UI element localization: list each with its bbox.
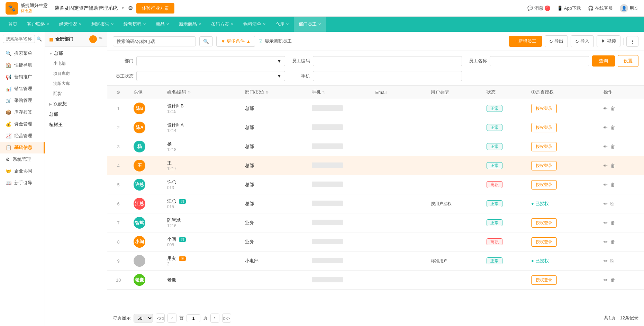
sidebar-item-basic-info[interactable]: 📋 基础信息 <box>0 142 45 153</box>
dept-node-zongbu2[interactable]: 总部 <box>45 109 107 120</box>
dept-node-shenyang[interactable]: 沈阳大库 <box>45 79 107 89</box>
tab-close-profit[interactable]: ✕ <box>111 22 114 27</box>
edit-icon[interactable]: ✏ <box>604 106 608 111</box>
employee-search-input[interactable] <box>113 36 196 46</box>
dept-node-zhishu[interactable]: 植树王二 <box>45 120 107 130</box>
auth-button[interactable]: 授权登录 <box>531 123 557 132</box>
delete-icon[interactable]: 🗑 <box>610 144 615 149</box>
edit-icon[interactable]: ✏ <box>604 182 608 187</box>
tab-employees[interactable]: 部门员工 ✕ <box>294 17 326 32</box>
delete-icon[interactable]: 🗑 <box>610 125 615 130</box>
per-page-select[interactable]: 50 20 100 <box>134 314 153 323</box>
edit-icon[interactable]: ✏ <box>604 277 608 283</box>
filter-search-btn[interactable]: 查询 <box>592 55 615 67</box>
tab-history[interactable]: 经营历程 ✕ <box>119 17 151 32</box>
user-avatar-btn[interactable]: 👤 用友 <box>620 4 638 12</box>
delete-icon[interactable]: 🗑 <box>610 239 615 245</box>
auth-button[interactable]: 授权登录 <box>531 161 557 170</box>
th-settings[interactable]: ⚙ <box>107 86 129 99</box>
filter-set-btn[interactable]: 设置 <box>618 55 638 67</box>
export-btn[interactable]: ↻ 导出 <box>545 35 568 47</box>
dept-all[interactable]: ▦ 全部部门 <box>49 36 73 42</box>
first-page-btn[interactable]: ◁◁ <box>156 314 165 323</box>
delete-icon[interactable]: 🗑 <box>610 220 615 226</box>
tab-close-goods[interactable]: ✕ <box>166 22 169 27</box>
filter-code-input[interactable] <box>313 56 462 66</box>
more-filter-btn[interactable]: ▼ 更多条件 ▲ <box>216 36 255 47</box>
tab-new-goods[interactable]: 新增商品 ✕ <box>174 17 206 32</box>
last-page-btn[interactable]: ▷▷ <box>222 314 231 323</box>
auth-button[interactable]: 授权登录 <box>531 180 557 190</box>
view-btn[interactable]: ▶ 视频 <box>597 35 620 47</box>
page-number-input[interactable] <box>187 314 200 322</box>
dept-node-shuanghu[interactable]: ▶ 双虎想 <box>45 99 107 109</box>
dept-node-zongbu[interactable]: ▼ 总部 <box>45 48 107 59</box>
auth-button[interactable]: 授权登录 <box>531 104 557 113</box>
sidebar-item-operations[interactable]: 📈 经营管理 <box>0 130 45 142</box>
tab-warehouse[interactable]: 仓库 ✕ <box>271 17 294 32</box>
more-options-btn[interactable]: ⋮ <box>626 36 638 47</box>
edit-icon[interactable]: ✏ <box>604 220 608 226</box>
sys-dropdown-arrow[interactable]: ▼ <box>121 6 125 10</box>
tab-close-operation[interactable]: ✕ <box>79 22 82 27</box>
edit-icon[interactable]: ✏ <box>604 144 608 149</box>
prev-page-btn[interactable]: ‹ <box>167 314 176 323</box>
dept-node-xiangmukufang[interactable]: 项目库房 <box>45 69 107 79</box>
filter-status-select[interactable]: ▼ <box>136 71 285 81</box>
tab-bom[interactable]: 物料清单 ✕ <box>238 17 271 32</box>
filter-dept-select[interactable]: ▼ <box>136 56 285 66</box>
gear-button[interactable]: ⚙ <box>128 5 133 11</box>
tab-close-employees[interactable]: ✕ <box>318 22 321 27</box>
filter-name-input[interactable] <box>490 56 589 66</box>
sidebar-item-collab[interactable]: 🤝 企业协同 <box>0 165 45 177</box>
th-name[interactable]: 姓名/编码 ⇅ <box>163 86 241 99</box>
sidebar-search-input[interactable] <box>3 35 35 43</box>
filter-phone-input[interactable] <box>313 71 462 81</box>
copy-icon[interactable]: ⎘ <box>610 201 613 206</box>
th-dept[interactable]: 部门/职位 ⇅ <box>241 86 308 99</box>
edit-icon[interactable]: ✏ <box>604 258 608 264</box>
edit-icon[interactable]: ✏ <box>604 125 608 130</box>
edit-icon[interactable]: ✏ <box>604 163 608 168</box>
auth-button[interactable]: 授权登录 <box>531 237 557 247</box>
trial-button[interactable]: 体验行业方案 <box>136 3 174 14</box>
tab-close-warehouse[interactable]: ✕ <box>286 22 289 27</box>
show-dimission-toggle[interactable]: ☑ 显示离职员工 <box>258 38 292 44</box>
sidebar-item-sales[interactable]: 📊 销售管理 <box>0 83 45 95</box>
auth-button[interactable]: 授权登录 <box>531 275 557 285</box>
copy-icon[interactable]: ⎘ <box>610 258 613 264</box>
delete-icon[interactable]: 🗑 <box>610 163 615 168</box>
edit-icon[interactable]: ✏ <box>604 201 608 206</box>
tab-close-customer[interactable]: ✕ <box>46 22 49 27</box>
dept-node-peihuo[interactable]: 配货 <box>45 89 107 99</box>
edit-icon[interactable]: ✏ <box>604 239 608 245</box>
settings-icon[interactable]: ⚙ <box>116 90 120 95</box>
tab-home[interactable]: 首页 <box>3 17 22 32</box>
tab-close-bom[interactable]: ✕ <box>263 22 266 27</box>
dept-add-btn[interactable]: + <box>89 35 97 43</box>
sidebar-item-finance[interactable]: 💰 资金管理 <box>0 118 45 130</box>
tab-close-new-goods[interactable]: ✕ <box>198 22 201 27</box>
next-page-btn[interactable]: › <box>210 314 219 323</box>
import-btn[interactable]: ↻ 导入 <box>571 35 594 47</box>
add-employee-btn[interactable]: + 新增员工 <box>509 36 542 47</box>
employee-search-btn[interactable]: 🔍 <box>199 36 213 46</box>
message-btn[interactable]: 💬 消息 5 <box>527 5 550 11</box>
dept-node-xiaodibu[interactable]: 小电部 <box>45 59 107 69</box>
tab-close-barcode[interactable]: ✕ <box>230 22 234 27</box>
online-service-btn[interactable]: 🎧 在线客服 <box>588 5 613 11</box>
sidebar-item-inventory[interactable]: 📦 库存核算 <box>0 106 45 118</box>
tab-operation[interactable]: 经营情况 ✕ <box>54 17 87 32</box>
sidebar-item-quicknav[interactable]: 🏠 快捷导航 <box>0 59 45 71</box>
app-download-btn[interactable]: 📱 App下载 <box>557 5 581 11</box>
dimission-checkbox[interactable]: ☑ <box>258 39 263 44</box>
sidebar-item-guide[interactable]: 📖 新手引导 <box>0 177 45 189</box>
tab-barcode[interactable]: 条码方案 ✕ <box>206 17 238 32</box>
dept-collapse-btn[interactable]: ≪ <box>98 35 103 43</box>
delete-icon[interactable]: 🗑 <box>610 277 615 283</box>
delete-icon[interactable]: 🗑 <box>610 106 615 111</box>
sidebar-item-search[interactable]: 🔍 搜索菜单 <box>0 47 45 59</box>
tab-goods[interactable]: 商品 ✕ <box>151 17 174 32</box>
tab-customer[interactable]: 客户联络 ✕ <box>22 17 54 32</box>
auth-button[interactable]: 授权登录 <box>531 218 557 228</box>
